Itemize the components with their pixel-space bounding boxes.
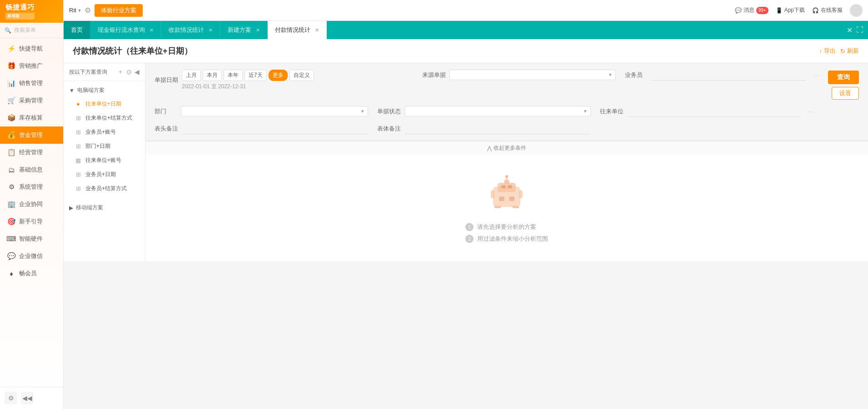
company-selector[interactable]: Rit ▾	[69, 7, 81, 14]
sidebar-logo: 畅捷通巧 标准版	[0, 0, 63, 23]
scheme-item-unit-account[interactable]: ▦ 往来单位+账号	[64, 153, 145, 167]
source-doc-field: 来源单据 ▾	[422, 70, 616, 80]
sidebar-item-enterprise[interactable]: 🏢 企业协同	[0, 196, 63, 213]
date-7days-btn[interactable]: 近7天	[244, 70, 267, 81]
export-icon: ↑	[819, 48, 823, 55]
system-icon: ⚙	[7, 183, 15, 191]
scheme-item-unit-settlement[interactable]: ⊞ 往来单位+结算方式	[64, 111, 145, 125]
tab-payment-stats-label: 付款情况统计	[275, 26, 310, 34]
trial-button[interactable]: 体验行业方案	[95, 4, 143, 17]
desktop-section-title[interactable]: ▼ 电脑端方案	[64, 84, 145, 97]
setup-button[interactable]: 设置	[832, 87, 859, 100]
tab-receipt-stats[interactable]: 收款情况统计 ✕	[161, 21, 220, 39]
tab-actions: ✕ ⛶	[842, 21, 868, 39]
sidebar-item-fund[interactable]: 💰 资金管理	[0, 126, 63, 144]
refresh-button[interactable]: ↻ 刷新	[840, 47, 859, 55]
scheme-item-staff-date[interactable]: ⊞ 业务员+日期	[64, 167, 145, 182]
sidebar-item-label: 企业协同	[19, 200, 43, 208]
date-this-month-btn[interactable]: 本月	[203, 70, 222, 81]
scheme-item-staff-account[interactable]: ⊞ 业务员+账号	[64, 125, 145, 139]
settings-footer-btn[interactable]: ⚙	[5, 392, 17, 404]
sidebar-item-label: 企业微信	[19, 252, 43, 260]
tab-receipt-stats-close[interactable]: ✕	[209, 27, 213, 33]
app-download-btn[interactable]: 📱 App下载	[776, 6, 805, 14]
header-note-field: 表头备注	[155, 123, 368, 134]
sidebar-item-label: 采购管理	[19, 96, 43, 105]
unit-date-icon: ●	[75, 101, 82, 108]
user-avatar[interactable]	[850, 4, 863, 17]
scheme-header-actions: ＋ ⊙ ◀	[117, 68, 140, 76]
tab-home[interactable]: 首页	[64, 21, 90, 39]
collapse-sidebar-btn[interactable]: ◀◀	[21, 392, 34, 404]
app-edition: 标准版	[5, 13, 35, 20]
scheme-item-staff-settlement[interactable]: ⊞ 业务员+结算方式	[64, 182, 145, 196]
scheme-settings-icon[interactable]: ⊙	[126, 68, 132, 76]
collapse-label: 收起更多条件	[494, 144, 526, 152]
app-download-label: App下载	[784, 6, 805, 14]
date-prev-month-btn[interactable]: 上月	[182, 70, 201, 81]
scheme-panel-label: 按以下方案查询	[69, 68, 107, 76]
tab-new-scheme-close[interactable]: ✕	[256, 27, 260, 33]
tab-payment-stats[interactable]: 付款情况统计 ✕	[268, 21, 327, 39]
staff-date-icon: ⊞	[75, 171, 82, 178]
doc-status-select[interactable]: ▾	[404, 106, 591, 116]
sidebar-item-quick-nav[interactable]: ⚡ 快捷导航	[0, 40, 63, 57]
scheme-item-dept-date[interactable]: ⊞ 部门+日期	[64, 139, 145, 153]
refresh-label: 刷新	[847, 47, 859, 55]
message-btn[interactable]: 💬 消息 99+	[735, 6, 768, 14]
export-button[interactable]: ↑ 导出	[819, 47, 836, 55]
body-note-input[interactable]	[404, 123, 591, 134]
scheme-item-label: 业务员+结算方式	[85, 185, 127, 192]
add-scheme-icon[interactable]: ＋	[117, 68, 124, 76]
date-custom-btn[interactable]: 自定义	[289, 70, 314, 81]
customer-service-btn[interactable]: 🎧 在线客服	[812, 6, 843, 14]
sidebar-item-wechat[interactable]: 💬 企业微信	[0, 247, 63, 265]
sidebar-item-inventory[interactable]: 📦 库存核算	[0, 109, 63, 126]
sidebar-item-member[interactable]: ♦ 畅会员	[0, 265, 63, 282]
sidebar-item-purchase[interactable]: 🛒 采购管理	[0, 92, 63, 109]
tab-new-scheme[interactable]: 新建方案 ✕	[220, 21, 268, 39]
date-this-year-btn[interactable]: 本年	[224, 70, 243, 81]
sidebar-item-label: 智能硬件	[19, 235, 43, 243]
unit-dots[interactable]: ···	[808, 108, 813, 115]
dept-select[interactable]: ▾	[181, 106, 368, 116]
source-doc-arrow: ▾	[609, 72, 612, 78]
sidebar-item-basic-info[interactable]: 🗂 基础信息	[0, 161, 63, 178]
sidebar: 畅捷通巧 标准版 🔍 搜索菜单 ⚡ 快捷导航 🎁 营销推广 📊 销售管理 🛒 采…	[0, 0, 64, 409]
collapse-scheme-icon[interactable]: ◀	[135, 68, 140, 76]
source-doc-label: 来源单据	[422, 71, 446, 79]
sidebar-item-hardware[interactable]: ⌨ 智能硬件	[0, 230, 63, 247]
query-button[interactable]: 查询	[828, 71, 859, 84]
header-note-input[interactable]	[182, 123, 368, 134]
full-content: 付款情况统计（往来单位+日期） ↑ 导出 ↻ 刷新	[64, 39, 868, 261]
staff-input[interactable]	[651, 70, 806, 81]
maximize-btn[interactable]: ⛶	[856, 26, 863, 34]
collapse-conditions-btn[interactable]: ⋀ 收起更多条件	[145, 141, 868, 155]
sidebar-search[interactable]: 🔍 搜索菜单	[0, 23, 63, 38]
tab-home-label: 首页	[71, 26, 83, 34]
sidebar-item-system[interactable]: ⚙ 系统管理	[0, 178, 63, 196]
sidebar-item-guide[interactable]: 🎯 新手引导	[0, 213, 63, 230]
close-tab-btn[interactable]: ✕	[847, 26, 853, 35]
page-header: 付款情况统计（往来单位+日期） ↑ 导出 ↻ 刷新	[64, 39, 868, 63]
app-name: 畅捷通巧	[5, 3, 35, 12]
mobile-section: ▶ 移动端方案	[64, 198, 145, 217]
sidebar-item-label: 经营管理	[19, 148, 43, 157]
mobile-section-title[interactable]: ▶ 移动端方案	[64, 201, 145, 214]
sidebar-item-sales[interactable]: 📊 销售管理	[0, 75, 63, 92]
sidebar-item-marketing[interactable]: 🎁 营销推广	[0, 57, 63, 75]
topbar-settings-icon[interactable]: ⚙	[85, 6, 91, 15]
tab-payment-stats-close[interactable]: ✕	[315, 27, 319, 33]
date-more-btn[interactable]: 更多	[269, 70, 288, 81]
tab-cash-flow-close[interactable]: ✕	[150, 27, 154, 33]
tab-cash-flow[interactable]: 现金银行流水查询 ✕	[90, 21, 161, 39]
staff-dots[interactable]: ···	[813, 71, 819, 79]
member-icon: ♦	[7, 269, 15, 278]
source-doc-select[interactable]: ▾	[449, 70, 616, 80]
company-name: Rit	[69, 7, 76, 14]
unit-input[interactable]	[627, 106, 801, 117]
sidebar-item-operations[interactable]: 📋 经营管理	[0, 144, 63, 161]
scheme-item-unit-date[interactable]: ● 往来单位+日期	[64, 97, 145, 111]
page-body: 按以下方案查询 ＋ ⊙ ◀ ▼ 电脑端方案	[64, 63, 868, 261]
tip-num-1: 1	[465, 223, 474, 231]
